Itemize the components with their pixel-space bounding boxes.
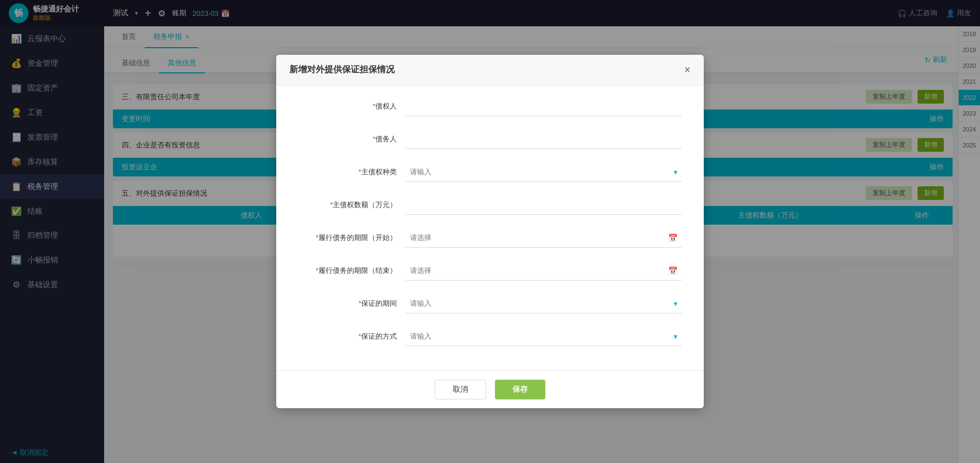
form-row-guarantee-period: *保证的期间 ▾ xyxy=(298,294,682,313)
save-button[interactable]: 保存 xyxy=(495,380,545,399)
period-end-date-wrap: 📅 xyxy=(406,261,682,281)
guarantee-period-label: *保证的期间 xyxy=(298,299,397,308)
modal-close-btn[interactable]: × xyxy=(684,64,691,76)
form-row-creditor: *债权人 xyxy=(298,96,682,116)
cancel-button[interactable]: 取消 xyxy=(435,380,486,399)
period-start-input[interactable] xyxy=(406,228,668,248)
claim-type-input[interactable] xyxy=(406,162,674,182)
form-row-period-start: *履行债务的期限（开始） 📅 xyxy=(298,228,682,248)
period-start-label: *履行债务的期限（开始） xyxy=(298,233,397,243)
claim-type-chevron-icon[interactable]: ▾ xyxy=(674,168,682,176)
guarantee-method-chevron-icon[interactable]: ▾ xyxy=(674,332,682,341)
claim-amount-input[interactable] xyxy=(406,195,682,215)
debtor-label: *债务人 xyxy=(298,134,397,144)
modal-dialog: 新增对外提供保证担保情况 × *债权人 *债务人 *主债权种类 xyxy=(276,55,704,408)
claim-type-label: *主债权种类 xyxy=(298,167,397,177)
guarantee-period-input[interactable] xyxy=(406,294,674,313)
claim-amount-label: *主债权数额（万元） xyxy=(298,200,397,210)
creditor-label: *债权人 xyxy=(298,101,397,111)
guarantee-period-select-wrap: ▾ xyxy=(406,294,682,313)
claim-type-select-wrap: ▾ xyxy=(406,162,682,182)
form-row-guarantee-method: *保证的方式 ▾ xyxy=(298,327,682,346)
guarantee-method-input[interactable] xyxy=(406,327,674,346)
modal-body: *债权人 *债务人 *主债权种类 ▾ xyxy=(276,85,704,370)
modal-title: 新增对外提供保证担保情况 xyxy=(289,64,395,76)
guarantee-method-label: *保证的方式 xyxy=(298,331,397,341)
form-row-claim-amount: *主债权数额（万元） xyxy=(298,195,682,215)
form-row-period-end: *履行债务的期限（结束） 📅 xyxy=(298,261,682,281)
period-end-input[interactable] xyxy=(406,261,668,281)
guarantee-method-select-wrap: ▾ xyxy=(406,327,682,346)
period-start-date-wrap: 📅 xyxy=(406,228,682,248)
guarantee-period-chevron-icon[interactable]: ▾ xyxy=(674,299,682,308)
period-start-calendar-icon[interactable]: 📅 xyxy=(668,233,682,242)
form-row-claim-type: *主债权种类 ▾ xyxy=(298,162,682,182)
period-end-label: *履行债务的期限（结束） xyxy=(298,266,397,276)
period-end-calendar-icon[interactable]: 📅 xyxy=(668,266,682,275)
creditor-input[interactable] xyxy=(406,96,682,116)
modal-overlay: 新增对外提供保证担保情况 × *债权人 *债务人 *主债权种类 xyxy=(0,0,980,463)
debtor-input[interactable] xyxy=(406,129,682,149)
modal-header: 新增对外提供保证担保情况 × xyxy=(276,55,704,85)
form-row-debtor: *债务人 xyxy=(298,129,682,149)
modal-footer: 取消 保存 xyxy=(276,370,704,408)
